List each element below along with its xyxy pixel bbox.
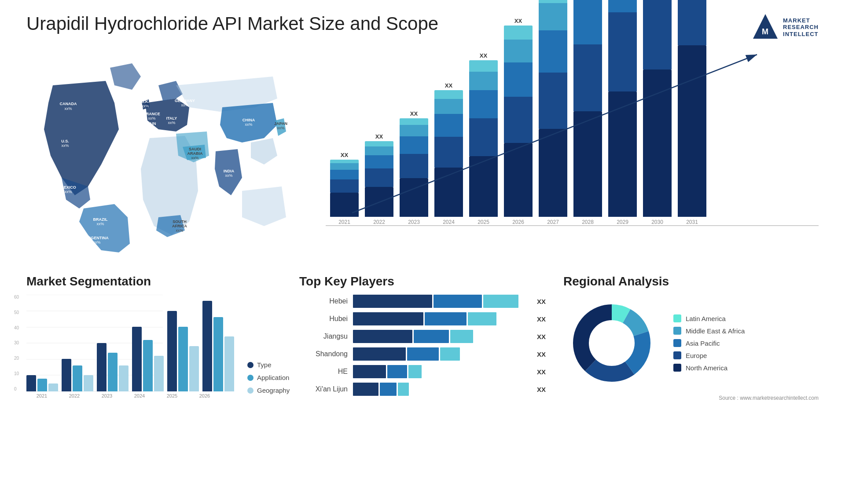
bar-x-label: 2026 — [512, 219, 524, 225]
bar-seg-3 — [483, 295, 518, 308]
seg-bars — [26, 295, 234, 391]
seg-bar-type-2022 — [62, 359, 71, 391]
bar-seg-3 — [408, 365, 422, 378]
legend-geography: Geography — [247, 387, 290, 394]
svg-text:xx%: xx% — [191, 156, 198, 160]
svg-text:xx%: xx% — [146, 126, 154, 130]
bar-col-2029: XX 2029 — [608, 0, 637, 225]
players-title: Top Key Players — [299, 274, 546, 289]
seg-bar-geo-2022 — [84, 375, 93, 391]
svg-text:xx%: xx% — [61, 143, 69, 148]
player-bar-hebei — [353, 295, 529, 308]
bar-x-label: 2021 — [338, 219, 350, 225]
player-value-hebei: XX — [537, 298, 546, 305]
svg-text:ARGENTINA: ARGENTINA — [85, 236, 109, 240]
player-name-jiangsu: Jiangsu — [299, 332, 348, 340]
bar-seg-2 — [434, 295, 482, 308]
bar-x-label: 2030 — [651, 219, 663, 225]
seg-x-label-2022: 2022 — [60, 393, 89, 398]
seg-group-2024 — [132, 327, 164, 391]
y-label-60: 60 — [14, 295, 19, 299]
player-value-shandong: XX — [537, 351, 546, 358]
bar-seg-2 — [414, 330, 449, 343]
map-svg: CANADA xx% U.S. xx% MEXICO xx% BRAZIL xx… — [26, 50, 299, 252]
bar-top-label: XX — [341, 152, 348, 158]
svg-text:GERMANY: GERMANY — [175, 99, 195, 103]
legend-item-north-america: North America — [673, 364, 745, 372]
player-name-he: HE — [299, 368, 348, 376]
svg-text:ITALY: ITALY — [166, 116, 177, 121]
regional-section: Regional Analysis — [563, 270, 819, 405]
bar-col-2030: XX 2030 — [643, 0, 672, 225]
svg-text:U.S.: U.S. — [61, 139, 69, 143]
svg-text:JAPAN: JAPAN — [274, 121, 287, 126]
bar-top-label: XX — [375, 133, 383, 140]
svg-text:xx%: xx% — [96, 222, 104, 226]
donut-hole — [590, 321, 634, 365]
player-name-hebei: Hebei — [299, 297, 348, 305]
seg-bar-type-2025 — [167, 311, 177, 391]
svg-text:MEXICO: MEXICO — [60, 185, 76, 190]
bar-top-label: XX — [514, 18, 522, 24]
player-row-hubei: Hubei XX — [299, 312, 546, 325]
bar-col-2027: XX 2027 — [539, 0, 567, 225]
player-bar-jiangsu — [353, 330, 529, 343]
page: Urapidil Hydrochloride API Market Size a… — [0, 0, 845, 504]
seg-bar-geo-2023 — [119, 365, 129, 391]
svg-text:xx%: xx% — [64, 190, 72, 194]
bar-seg-1 — [353, 347, 406, 361]
bar-seg-1 — [353, 312, 423, 325]
seg-legend: Type Application Geography — [247, 361, 290, 398]
legend-color-mea — [673, 327, 681, 335]
player-row-jiangsu: Jiangsu XX — [299, 330, 546, 343]
bar-x-label: 2022 — [373, 219, 385, 225]
svg-text:xx%: xx% — [148, 116, 155, 121]
legend-label-north-america: North America — [686, 364, 727, 372]
svg-text:SPAIN: SPAIN — [144, 121, 156, 126]
regional-title: Regional Analysis — [563, 274, 819, 289]
seg-x-label-2021: 2021 — [27, 393, 56, 398]
svg-text:BRAZIL: BRAZIL — [93, 217, 108, 222]
seg-bar-app-2026 — [213, 317, 223, 391]
y-label-0: 0 — [14, 387, 19, 391]
svg-text:xx%: xx% — [277, 126, 284, 130]
bar-col-2031: XX 2031 — [678, 0, 706, 225]
seg-group-2022 — [62, 359, 93, 391]
bottom-row: Market Segmentation 60 50 40 30 20 10 0 — [26, 270, 819, 405]
bar-col-2026: XX 2026 — [504, 18, 533, 225]
bar-x-label: 2031 — [686, 219, 698, 225]
seg-bar-geo-2025 — [189, 346, 199, 391]
seg-x-labels: 2021 2022 2023 2024 2025 2026 — [26, 393, 234, 398]
legend-label-type: Type — [257, 361, 272, 369]
world-map: CANADA xx% U.S. xx% MEXICO xx% BRAZIL xx… — [26, 50, 299, 261]
y-label-30: 30 — [14, 340, 19, 345]
svg-text:INDIA: INDIA — [224, 169, 235, 173]
player-row-he: HE XX — [299, 365, 546, 378]
bar-seg-3 — [468, 312, 496, 325]
legend-type: Type — [247, 361, 290, 369]
legend-label-mea: Middle East & Africa — [686, 327, 745, 335]
seg-chart-wrapper: 60 50 40 30 20 10 0 — [26, 295, 282, 398]
bar-seg-1 — [353, 365, 386, 378]
seg-bar-type-2021 — [26, 375, 36, 391]
bar-col-2025: XX 2025 — [469, 52, 498, 225]
donut-wrapper: Latin America Middle East & Africa Asia … — [563, 295, 819, 391]
legend-label-application: Application — [257, 374, 289, 381]
seg-group-2026 — [202, 301, 234, 391]
seg-group-2023 — [97, 343, 129, 391]
svg-text:CHINA: CHINA — [242, 118, 255, 122]
bar-col-2022: XX 2022 — [365, 133, 393, 225]
player-bar-xianliyun — [353, 383, 529, 396]
source-text: Source : www.marketresearchintellect.com — [563, 395, 819, 401]
legend-dot-geography — [247, 387, 254, 394]
legend-dot-type — [247, 362, 254, 368]
bar-col-2028: XX 2028 — [573, 0, 602, 225]
growth-chart: XX 2021 XX — [317, 50, 819, 261]
player-row-xianliyun: Xi'an Lijun XX — [299, 383, 546, 396]
bar-x-label: 2029 — [617, 219, 628, 225]
bar-col-2023: XX 2023 — [400, 110, 428, 225]
seg-x-label-2023: 2023 — [92, 393, 121, 398]
svg-text:xx%: xx% — [225, 173, 232, 178]
bar-chart-bars: XX 2021 XX — [326, 50, 819, 226]
svg-text:ARABIA: ARABIA — [187, 151, 203, 156]
